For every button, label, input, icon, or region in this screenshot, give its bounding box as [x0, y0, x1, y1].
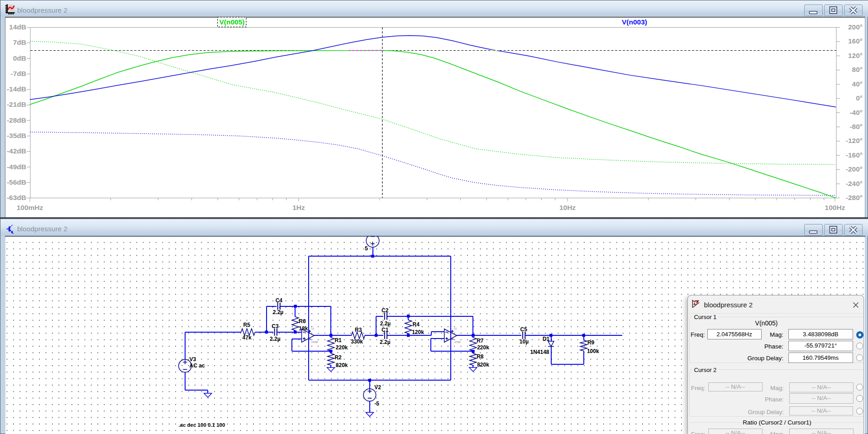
svg-text:47k: 47k [243, 334, 252, 341]
svg-text:LP358: LP358 [454, 341, 461, 343]
svg-text:-35dB: -35dB [7, 132, 26, 139]
svg-text:-40°: -40° [849, 109, 863, 116]
svg-text:V3: V3 [190, 356, 196, 362]
svg-text:R5: R5 [243, 322, 251, 328]
svg-text:AC ac: AC ac [190, 362, 205, 369]
svg-text:U1: U1 [311, 327, 315, 330]
svg-text:-7dB: -7dB [11, 70, 26, 77]
svg-text:80°: 80° [852, 66, 863, 73]
svg-text:2.2µ: 2.2µ [273, 309, 284, 315]
svg-text:-63dB: -63dB [7, 194, 26, 201]
svg-text:2.2µ: 2.2µ [380, 320, 391, 327]
svg-text:R4: R4 [413, 321, 420, 328]
svg-text:R6: R6 [299, 318, 306, 324]
svg-text:0°: 0° [856, 94, 863, 102]
svg-text:-56dB: -56dB [7, 178, 26, 186]
svg-text:14dB: 14dB [9, 23, 26, 31]
svg-text:-14dB: -14dB [7, 85, 26, 93]
svg-text:R2: R2 [334, 354, 342, 361]
svg-text:V(n003): V(n003) [622, 18, 647, 26]
svg-text:10µ: 10µ [520, 339, 529, 345]
svg-text:1Hz: 1Hz [292, 204, 305, 211]
svg-text:V(n005): V(n005) [219, 18, 245, 26]
svg-text:-280°: -280° [846, 194, 863, 201]
svg-text:-42dB: -42dB [7, 147, 26, 155]
svg-text:2.2µ: 2.2µ [270, 336, 281, 342]
svg-text:120°: 120° [848, 52, 863, 59]
svg-text:100k: 100k [587, 348, 599, 354]
svg-text:18k: 18k [299, 325, 308, 332]
svg-text:160°: 160° [848, 37, 863, 45]
svg-text:7dB: 7dB [13, 38, 26, 46]
svg-text:-160°: -160° [846, 151, 863, 159]
svg-text:-120°: -120° [846, 137, 863, 144]
svg-text:C1: C1 [382, 327, 389, 333]
svg-text:820k: 820k [477, 362, 489, 368]
svg-text:-21dB: -21dB [7, 100, 26, 108]
svg-text:-5: -5 [374, 401, 379, 407]
svg-text:-240°: -240° [846, 180, 863, 187]
svg-text:C5: C5 [520, 326, 528, 333]
svg-text:220k: 220k [477, 344, 489, 351]
svg-text:820k: 820k [336, 362, 348, 368]
svg-text:10Hz: 10Hz [559, 204, 576, 211]
svg-text:-49dB: -49dB [7, 163, 26, 171]
svg-text:LP358: LP358 [311, 341, 318, 343]
svg-text:120k: 120k [412, 329, 424, 335]
svg-text:C3: C3 [272, 323, 279, 329]
svg-text:1N4148: 1N4148 [530, 349, 549, 355]
svg-text:220k: 220k [336, 344, 348, 351]
svg-text:0dB: 0dB [13, 54, 26, 62]
svg-text:40°: 40° [852, 80, 863, 88]
svg-text:2.2µ: 2.2µ [380, 339, 391, 345]
svg-text:-200°: -200° [846, 165, 863, 173]
svg-text:100mHz: 100mHz [17, 204, 43, 211]
svg-text:.ac dec 100 0.1 100: .ac dec 100 0.1 100 [178, 422, 225, 428]
svg-text:R3: R3 [355, 327, 362, 333]
svg-text:R7: R7 [477, 338, 484, 344]
svg-text:R9: R9 [587, 339, 595, 346]
svg-text:-80°: -80° [849, 123, 863, 130]
svg-text:-28dB: -28dB [7, 116, 26, 124]
svg-text:V2: V2 [374, 384, 381, 391]
svg-text:200°: 200° [848, 23, 863, 31]
svg-text:R8: R8 [477, 353, 484, 360]
svg-text:R1: R1 [334, 337, 342, 343]
svg-text:C4: C4 [276, 297, 283, 304]
svg-text:100Hz: 100Hz [825, 204, 845, 211]
svg-text:U2: U2 [454, 327, 457, 330]
svg-text:D1: D1 [543, 336, 550, 342]
svg-text:330k: 330k [351, 339, 363, 345]
svg-text:5: 5 [365, 245, 368, 252]
svg-text:C2: C2 [382, 307, 389, 314]
